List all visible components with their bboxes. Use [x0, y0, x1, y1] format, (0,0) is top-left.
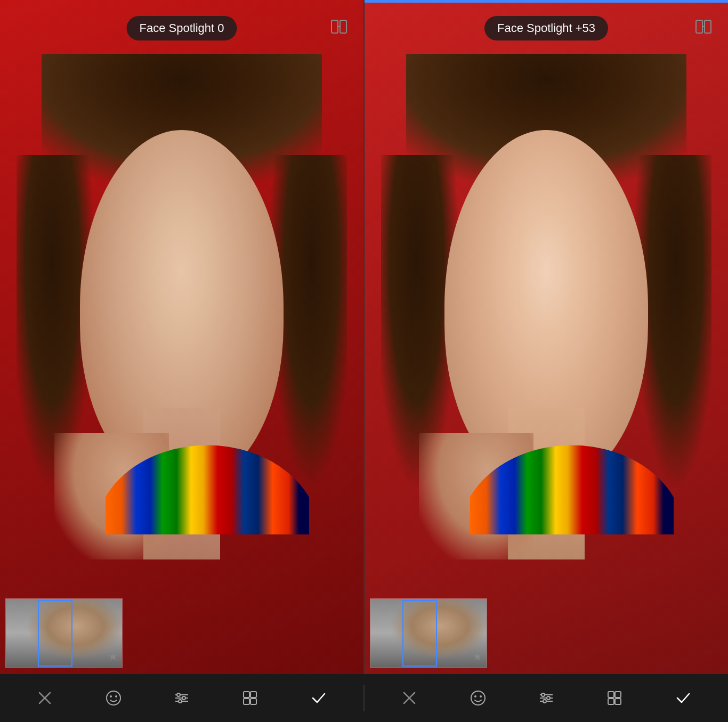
svg-point-29 [541, 693, 545, 696]
thumbnail-selector-right[interactable] [402, 600, 437, 667]
svg-point-23 [471, 691, 485, 705]
panel-right: Face Spotlight +53 ★ [365, 0, 728, 674]
svg-rect-32 [608, 692, 614, 697]
svg-rect-35 [615, 699, 621, 704]
svg-point-16 [179, 700, 182, 703]
panel-left: Face Spotlight 0 ★ [0, 0, 365, 674]
sliders-button-right[interactable] [533, 685, 560, 711]
svg-rect-20 [250, 699, 256, 704]
svg-rect-1 [340, 20, 346, 33]
svg-point-14 [177, 693, 180, 696]
thumbnail-star-left: ★ [108, 650, 118, 663]
svg-rect-3 [696, 20, 702, 33]
cancel-button-left[interactable] [31, 685, 58, 711]
svg-point-25 [480, 695, 482, 697]
cancel-button-right[interactable] [396, 685, 423, 711]
svg-point-9 [110, 695, 112, 697]
svg-rect-18 [250, 692, 256, 697]
svg-point-10 [115, 695, 117, 697]
svg-rect-33 [615, 692, 621, 697]
thumbnail-selector-left[interactable] [38, 600, 72, 667]
svg-point-31 [543, 700, 546, 703]
app-container: Face Spotlight 0 ★ [0, 0, 728, 722]
svg-point-30 [547, 696, 550, 700]
toolbar-right [365, 685, 728, 711]
face-area-left [54, 54, 309, 559]
svg-rect-0 [331, 20, 338, 33]
compare-icon-left[interactable] [330, 18, 347, 39]
face-button-left[interactable] [100, 685, 127, 711]
face-spotlight-label-left: Face Spotlight 0 [127, 16, 237, 40]
svg-rect-4 [705, 20, 711, 33]
thumbnail-strip-left[interactable]: ★ [5, 598, 123, 668]
face-spotlight-label-right: Face Spotlight +53 [484, 16, 608, 40]
toolbar-left [0, 685, 363, 711]
sliders-button-left[interactable] [168, 685, 195, 711]
thumbnail-star-right: ★ [473, 650, 482, 663]
compare-icon-right[interactable] [695, 18, 712, 39]
svg-rect-19 [244, 699, 249, 704]
toolbar [0, 674, 728, 722]
face-area-right [419, 54, 673, 559]
preset-button-left[interactable] [237, 685, 263, 711]
active-indicator [365, 0, 728, 3]
panels-row: Face Spotlight 0 ★ [0, 0, 728, 674]
svg-point-15 [182, 696, 185, 700]
thumbnail-strip-right[interactable]: ★ [370, 598, 487, 668]
confirm-button-left[interactable] [305, 685, 332, 711]
preset-button-right[interactable] [601, 685, 628, 711]
svg-rect-34 [608, 699, 614, 704]
face-button-right[interactable] [465, 685, 491, 711]
svg-point-24 [474, 695, 476, 697]
svg-rect-17 [244, 692, 249, 697]
svg-point-8 [107, 691, 120, 705]
confirm-button-right[interactable] [670, 685, 697, 711]
